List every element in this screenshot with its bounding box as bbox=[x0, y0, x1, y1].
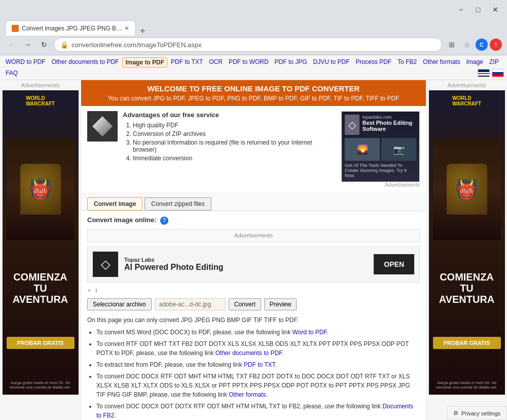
inner-ad-open-button[interactable]: OPEN bbox=[374, 254, 414, 274]
nav-to-fb2[interactable]: To FB2 bbox=[395, 57, 419, 67]
close-button[interactable]: ✕ bbox=[489, 3, 502, 16]
advantages-items: High quality PDF Conversion of ZIP archi… bbox=[123, 122, 336, 162]
preview-button[interactable]: Preview bbox=[264, 298, 297, 310]
inner-ad-label: Advertisements bbox=[87, 229, 420, 242]
advantages-list: Advantages of our free service High qual… bbox=[123, 111, 336, 188]
info-formats-text: On this page you can only convert JPG JP… bbox=[87, 317, 420, 324]
russian-flag[interactable] bbox=[492, 69, 504, 77]
right-advertisement: Advertisements WORLDWARCRAFT 👹 COMIENZAT… bbox=[426, 80, 507, 420]
left-advertisement: Advertisements WORLDWARCRAFT 👹 COMIENZAT… bbox=[0, 80, 81, 420]
privacy-settings-label: Privacy settings bbox=[461, 410, 500, 416]
convert-button[interactable]: Convert bbox=[229, 298, 261, 310]
select-file-button[interactable]: Seleccionar archivo bbox=[87, 298, 152, 310]
photo-ad-images: 🌄 📷 bbox=[345, 138, 416, 161]
extensions-icon[interactable]: ⊞ bbox=[445, 38, 458, 51]
page-layout: Advertisements WORLDWARCRAFT 👹 COMIENZAT… bbox=[0, 80, 507, 420]
nav-pdf-to-word[interactable]: PDF to WORD bbox=[226, 57, 271, 67]
list-item-other-docs: To convert RTF ODT MHT TXT FB2 DOT DOTX … bbox=[96, 339, 420, 358]
inner-ad-title: AI Powered Photo Editing bbox=[124, 263, 224, 272]
link-docs-to-fb2[interactable]: Documents to FB2 bbox=[96, 403, 413, 419]
convert-image-tab[interactable]: Convert image bbox=[87, 197, 142, 211]
welcome-section: Advantages of our free service High qual… bbox=[81, 106, 426, 193]
convert-title: Convert image online: ? bbox=[87, 216, 420, 225]
photo-ad-title: Best Photo Editing Software bbox=[363, 120, 416, 132]
back-button[interactable]: ← bbox=[5, 38, 18, 51]
nav-process-pdf[interactable]: Process PDF bbox=[353, 57, 394, 67]
list-item-word: To convert MS Word (DOC DOCX) to PDF, pl… bbox=[96, 328, 420, 337]
link-word-to-pdf[interactable]: Word to PDF bbox=[293, 329, 327, 336]
left-ad-button[interactable]: PROBAR GRATIS bbox=[7, 337, 75, 349]
active-tab[interactable]: Convert images JPG JPEG PNG B... ✕ bbox=[5, 20, 136, 36]
advantages-title: Advantages of our free service bbox=[123, 111, 336, 119]
side-ad-small-box: ◇ topazlabs.com Best Photo Editing Softw… bbox=[341, 111, 420, 182]
gear-icon: ⚙ bbox=[453, 410, 458, 416]
conversion-links-list: To convert MS Word (DOC DOCX) to PDF, pl… bbox=[87, 328, 420, 420]
right-ad-label: Advertisements bbox=[426, 80, 507, 90]
bookmark-icon[interactable]: ☆ bbox=[460, 38, 474, 51]
advantage-item-2: Conversion of ZIP archives bbox=[133, 130, 336, 137]
minimize-button[interactable]: − bbox=[454, 3, 467, 16]
link-pdf-to-txt[interactable]: PDF to TXT bbox=[244, 361, 275, 368]
file-name-display: adobe-ac...d-dc.jpg bbox=[155, 298, 226, 310]
list-item-other-formats: To convert DOC DOCX RTF ODT MHT HTM HTML… bbox=[96, 372, 420, 399]
address-bar: ← → ↻ 🔒 convertonlinefree.com/ImageToPDF… bbox=[0, 36, 507, 55]
inner-ad-text: Topaz Labs AI Powered Photo Editing bbox=[124, 257, 224, 272]
english-flag[interactable] bbox=[478, 69, 490, 77]
advantage-item-1: High quality PDF bbox=[133, 122, 336, 129]
inner-ad-logo: ◇ bbox=[93, 252, 118, 277]
list-item-fb2: To convert DOC DOCX DOT DOTX RTF ODT MHT… bbox=[96, 402, 420, 420]
right-ad-wow: WORLDWARCRAFT 👹 COMIENZATUAVENTURA PROBA… bbox=[429, 90, 505, 395]
photo-ad-subtext: Get All The Tools Needed To Create Stunn… bbox=[345, 163, 416, 178]
tab-close-button[interactable]: ✕ bbox=[124, 25, 129, 32]
convert-zipped-tab[interactable]: Convert zipped files bbox=[144, 197, 211, 211]
new-tab-button[interactable]: + bbox=[136, 26, 150, 36]
list-item-extract-text: To extract text from PDF, please, use th… bbox=[96, 360, 420, 369]
banner-description: You can convert JPG to PDF, JPEG to PDF,… bbox=[87, 95, 420, 102]
ad-info[interactable]: ℹ bbox=[95, 288, 97, 293]
link-other-formats[interactable]: Other formats bbox=[229, 391, 266, 398]
ad-close-x[interactable]: ✕ bbox=[87, 288, 91, 293]
extension-button[interactable]: ! bbox=[490, 39, 502, 51]
link-other-docs-to-pdf[interactable]: Other documents to PDF bbox=[215, 349, 282, 357]
privacy-settings-bar[interactable]: ⚙ Privacy settings bbox=[447, 406, 507, 420]
side-ad-small: ◇ topazlabs.com Best Photo Editing Softw… bbox=[341, 111, 420, 188]
nav-pdf-to-jpg[interactable]: PDF to JPG bbox=[272, 57, 310, 67]
left-ad-text: COMIENZATUAVENTURA bbox=[13, 271, 68, 305]
left-ad-wow: WORLDWARCRAFT 👹 COMIENZATUAVENTURA PROBA… bbox=[3, 90, 79, 395]
address-input[interactable]: 🔒 convertonlinefree.com/ImageToPDFEN.asp… bbox=[54, 38, 442, 52]
language-flags bbox=[478, 68, 504, 78]
maximize-button[interactable]: □ bbox=[472, 3, 485, 16]
nav-image-to-pdf[interactable]: Image to PDF bbox=[122, 57, 167, 67]
tab-bar: Convert images JPG JPEG PNG B... ✕ + bbox=[0, 18, 507, 36]
tab-title: Convert images JPG JPEG PNG B... bbox=[22, 25, 121, 32]
nav-djvu-to-pdf[interactable]: DJVU to PDF bbox=[311, 57, 352, 67]
site-logo bbox=[87, 111, 118, 142]
right-ad-text: COMIENZATUAVENTURA bbox=[439, 271, 495, 305]
nav-zip[interactable]: ZIP bbox=[487, 57, 501, 67]
address-text: convertonlinefree.com/ImageToPDFEN.aspx bbox=[71, 41, 202, 49]
right-ad-placeholder: WORLDWARCRAFT 👹 COMIENZATUAVENTURA PROBA… bbox=[429, 90, 505, 395]
left-ad-placeholder: WORLDWARCRAFT 👹 COMIENZATUAVENTURA PROBA… bbox=[3, 90, 79, 395]
convert-section: Convert image online: ? Advertisements ◇… bbox=[81, 211, 426, 420]
title-bar: − □ ✕ bbox=[0, 0, 507, 18]
nav-ocr[interactable]: OCR bbox=[206, 57, 225, 67]
nav-image[interactable]: Image bbox=[464, 57, 486, 67]
right-ad-button[interactable]: PROBAR GRATIS bbox=[433, 337, 501, 349]
tab-favicon bbox=[12, 25, 19, 32]
photo-ad-box: ◇ topazlabs.com Best Photo Editing Softw… bbox=[342, 112, 419, 182]
nav-other-docs[interactable]: Other documents to PDF bbox=[49, 57, 122, 67]
nav-word-to-pdf[interactable]: WORD to PDF bbox=[3, 57, 48, 67]
nav-faq[interactable]: FAQ bbox=[3, 68, 20, 78]
help-icon[interactable]: ? bbox=[160, 217, 168, 225]
page-banner: WELCOME TO FREE ONLINE IMAGE TO PDF CONV… bbox=[81, 80, 426, 106]
profile-button[interactable]: C bbox=[476, 39, 488, 51]
left-ad-image: 👹 bbox=[7, 138, 75, 240]
forward-button[interactable]: → bbox=[21, 38, 34, 51]
right-ad-brand: WORLDWARCRAFT bbox=[452, 95, 481, 107]
inner-ad-brand: Topaz Labs bbox=[124, 257, 224, 263]
toolbar-icons: ⊞ ☆ C ! bbox=[445, 38, 502, 51]
reload-button[interactable]: ↻ bbox=[38, 38, 51, 51]
nav-pdf-to-txt[interactable]: PDF to TXT bbox=[168, 57, 205, 67]
nav-other-formats[interactable]: Other formats bbox=[420, 57, 462, 67]
right-ad-rating: Juega gratis hasta el nivel 20. Se neces… bbox=[433, 380, 501, 390]
